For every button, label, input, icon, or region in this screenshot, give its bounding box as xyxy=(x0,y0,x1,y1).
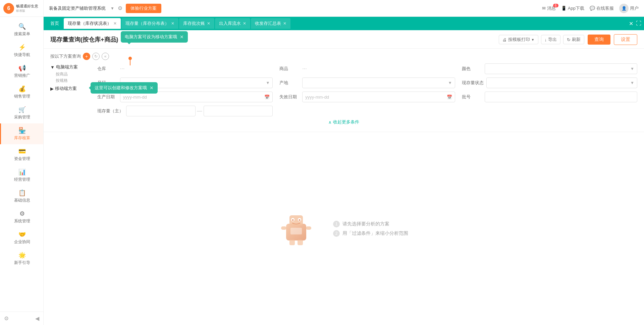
message-action[interactable]: ✉ 消息 6 xyxy=(542,5,556,11)
tab-bar-right: ✕ ⛶ xyxy=(629,20,641,27)
filter-add-btn[interactable]: + xyxy=(83,53,90,60)
online-service-label: 在线客服 xyxy=(596,5,614,11)
filter-row-origin: 产地 ▼ xyxy=(279,77,455,88)
batch-input[interactable] xyxy=(485,92,637,102)
sidebar-item-label: 基础信息 xyxy=(14,198,30,203)
tab-inventory-status[interactable]: 现存量（库存状况表） ✕ xyxy=(64,18,121,29)
filter-row-batch: 批号 xyxy=(462,92,637,102)
logo-icon: 6 xyxy=(3,3,14,14)
label-goods: 商品 xyxy=(279,66,300,72)
tab-batch-account[interactable]: 库存批次账 ✕ xyxy=(179,18,214,29)
tab-expand-icon[interactable]: ⛶ xyxy=(636,20,641,27)
color-select[interactable]: ▼ xyxy=(485,63,637,74)
tab-inventory-status-close[interactable]: ✕ xyxy=(113,21,117,26)
collapse-sidebar-icon[interactable]: ◀ xyxy=(35,315,39,322)
page-title: 现存量查询(按仓库+商品) xyxy=(50,36,118,44)
tooltip2-close-btn[interactable]: ✕ xyxy=(150,85,154,91)
scheme-mobile[interactable]: ▶ 移动端方案 xyxy=(50,85,91,92)
goods-dots[interactable]: ··· xyxy=(302,66,307,72)
collapse-bar[interactable]: ∧ 收起更多条件 xyxy=(50,116,637,128)
tab-close-all-icon[interactable]: ✕ xyxy=(629,20,633,27)
industry-btn[interactable]: 体验行业方案 xyxy=(126,4,161,13)
sidebar-item-operations[interactable]: 📊 经营管理 xyxy=(0,165,43,186)
stock-qty-max[interactable] xyxy=(204,106,273,116)
user-label: 用户 xyxy=(630,5,639,11)
stock-qty-min[interactable] xyxy=(126,106,196,116)
basics-icon: 📋 xyxy=(18,189,26,197)
filter-label-text: 按以下方案查询 xyxy=(50,53,81,59)
filter-fields: 仓库 ··· 商品 ··· 颜色 ▼ xyxy=(97,63,637,116)
sidebar-item-sales[interactable]: 💰 销售管理 xyxy=(0,82,43,103)
stock-status-dropdown-icon: ▼ xyxy=(630,80,634,85)
label-batch: 批号 xyxy=(462,94,482,100)
tab-receive-summary-close[interactable]: ✕ xyxy=(283,21,286,26)
sidebar-item-guide[interactable]: 🌟 新手引导 xyxy=(0,248,43,269)
top-header: 装备及固定资产辅助管理系统 ▼ ⚙ 体验行业方案 ✉ 消息 6 📱 App下载 … xyxy=(44,0,644,17)
sidebar-item-enterprise[interactable]: 🤝 企业协同 xyxy=(0,227,43,248)
tab-bar: 首页 现存量（库存状况表） ✕ 现存量（库存分布表） ✕ 库存批次账 ✕ 出入库… xyxy=(44,17,644,30)
sidebar-item-system[interactable]: ⚙ 系统管理 xyxy=(0,207,43,227)
tab-inventory-status-label: 现存量（库存状况表） xyxy=(68,20,111,26)
tab-inventory-dist-label: 现存量（库存分布表） xyxy=(125,20,169,26)
scheme-mobile-arrow: ▶ xyxy=(50,86,54,91)
export-btn[interactable]: ↓ 导出 xyxy=(541,35,561,44)
sidebar-item-search[interactable]: 🔍 搜索菜单 xyxy=(0,19,43,40)
tip-text-1: 请先选择要分析的方案 xyxy=(342,221,389,227)
filter-back-btn[interactable]: « xyxy=(102,53,109,60)
sub-item-spec[interactable]: 按规格 xyxy=(50,78,91,84)
sidebar-item-basics[interactable]: 📋 基础信息 xyxy=(0,186,43,207)
sidebar-item-marketing[interactable]: 📢 营销推广 xyxy=(0,61,43,82)
sidebar-item-label: 快捷导航 xyxy=(14,52,30,58)
purchase-icon: 🛒 xyxy=(18,106,26,113)
tooltip-desktop-scheme: 电脑方案可设为移动方案哦 ✕ xyxy=(121,31,188,43)
tooltip1-close-btn[interactable]: ✕ xyxy=(180,34,184,40)
sidebar-item-label: 新手引导 xyxy=(14,260,30,266)
print-template-btn[interactable]: 🖨 按模板打印 ▼ xyxy=(499,35,538,44)
scheme-desktop-label: 电脑端方案 xyxy=(56,64,78,70)
settings-icon[interactable]: ⚙ xyxy=(118,5,122,11)
print-icon: 🖨 xyxy=(502,37,507,42)
expire-date-input[interactable]: yyyy-mm-dd 📅 xyxy=(302,92,455,102)
tab-receive-summary[interactable]: 收发存汇总表 ✕ xyxy=(251,18,290,29)
tab-home[interactable]: 首页 xyxy=(46,18,63,29)
user-area[interactable]: 👤 用户 xyxy=(619,4,639,13)
filter-refresh-btn[interactable]: ↻ xyxy=(92,53,100,60)
label-origin: 产地 xyxy=(279,80,300,86)
scheme-desktop[interactable]: ▼ 电脑端方案 xyxy=(50,63,91,71)
sidebar-item-purchase[interactable]: 🛒 采购管理 xyxy=(0,103,43,123)
stock-status-select[interactable]: ▼ xyxy=(486,77,637,88)
tab-inout-flow-label: 出入库流水 xyxy=(219,20,241,26)
app-download-action[interactable]: 📱 App下载 xyxy=(561,5,584,11)
svg-rect-8 xyxy=(289,240,295,245)
origin-dropdown-icon: ▼ xyxy=(448,80,452,85)
label-stock-status: 现存量状态 xyxy=(462,80,484,86)
tab-batch-account-close[interactable]: ✕ xyxy=(207,21,210,26)
tab-inventory-dist-close[interactable]: ✕ xyxy=(171,21,174,26)
phone-icon: 📱 xyxy=(561,6,567,11)
service-icon: 💬 xyxy=(590,6,595,11)
set-btn[interactable]: 设置 xyxy=(614,34,637,45)
empty-robot-icon xyxy=(279,210,313,247)
tab-inventory-dist[interactable]: 现存量（库存分布表） ✕ xyxy=(121,18,178,29)
origin-select[interactable]: ▼ xyxy=(302,77,455,88)
range-separator: — xyxy=(197,108,202,114)
sub-item-goods[interactable]: 按商品 xyxy=(50,71,91,77)
tab-home-label: 首页 xyxy=(50,20,59,26)
filter-area: 按以下方案查询 + ↻ « 电脑方案可设为移动方案哦 ✕ xyxy=(44,49,644,132)
sidebar-item-inventory[interactable]: 🏪 库存核算 xyxy=(0,123,43,144)
system-dropdown-icon[interactable]: ▼ xyxy=(110,6,114,11)
warehouse-dots[interactable]: ··· xyxy=(120,66,124,72)
sidebar-item-finance[interactable]: 💳 资金管理 xyxy=(0,144,43,165)
query-btn[interactable]: 查询 xyxy=(588,35,610,45)
label-warehouse: 仓库 xyxy=(97,66,117,72)
tab-inout-flow[interactable]: 出入库流水 ✕ xyxy=(215,18,250,29)
sidebar-item-label: 库存核算 xyxy=(14,135,30,141)
tab-inout-flow-close[interactable]: ✕ xyxy=(243,21,246,26)
online-service-action[interactable]: 💬 在线客服 xyxy=(590,5,614,11)
settings-bottom-icon[interactable]: ⚙ xyxy=(4,315,9,322)
collapse-label: 收起更多条件 xyxy=(333,119,359,125)
sidebar-item-quick-nav[interactable]: ⚡ 快捷导航 xyxy=(0,40,43,61)
color-dropdown-icon: ▼ xyxy=(630,66,634,71)
export-icon: ↓ xyxy=(545,37,547,42)
refresh-btn[interactable]: ↻ 刷新 xyxy=(563,35,584,44)
